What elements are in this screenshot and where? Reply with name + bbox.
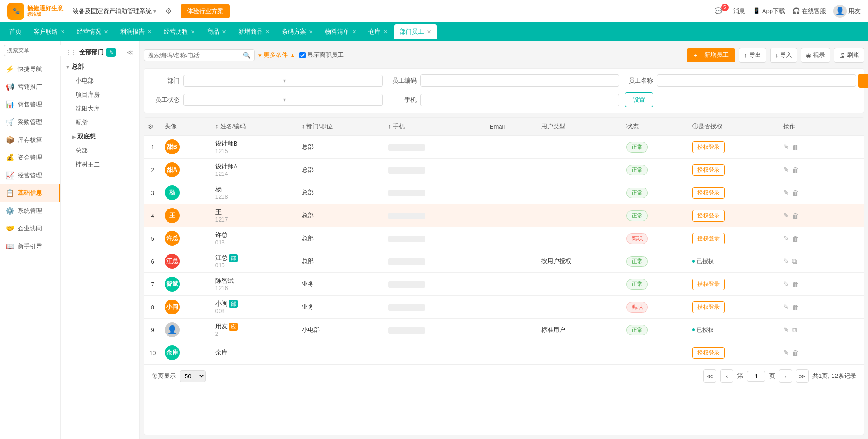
sidebar-item-purchase[interactable]: 🛒 采购管理 bbox=[0, 113, 60, 131]
sidebar-item-guide[interactable]: 📖 新手引导 bbox=[0, 237, 60, 255]
chevron-down-icon[interactable]: ▾ bbox=[153, 8, 156, 14]
auth-button[interactable]: 授权登录 bbox=[692, 164, 725, 176]
tree-item-shenyang[interactable]: 沈阳大库 bbox=[66, 102, 139, 116]
tab-home[interactable]: 首页 bbox=[4, 24, 27, 39]
col-name[interactable]: ↕ 姓名/编码 bbox=[212, 118, 298, 136]
tree-collapse-icon[interactable]: ≪ bbox=[125, 48, 135, 57]
emp-name-input[interactable] bbox=[657, 74, 856, 87]
search-input[interactable] bbox=[148, 52, 241, 59]
app-download-button[interactable]: 📱 App下载 bbox=[753, 7, 785, 15]
close-icon[interactable]: ✕ bbox=[191, 29, 195, 35]
auth-button[interactable]: 授权登录 bbox=[692, 233, 725, 244]
tab-customer[interactable]: 客户联络✕ bbox=[28, 24, 70, 39]
tree-item-xiaodibu[interactable]: 小电部 bbox=[66, 74, 139, 88]
sidebar-item-finance[interactable]: 💰 资金管理 bbox=[0, 149, 60, 167]
tab-warehouse[interactable]: 仓库✕ bbox=[363, 24, 393, 39]
delete-icon[interactable]: 🗑 bbox=[792, 235, 799, 243]
tree-item-peihuo[interactable]: 配货 bbox=[66, 116, 139, 130]
phone-input[interactable] bbox=[420, 94, 620, 106]
copy-icon[interactable]: ⧉ bbox=[792, 326, 797, 334]
view-button[interactable]: ◉ 视录 bbox=[801, 48, 830, 63]
delete-icon[interactable]: 🗑 bbox=[792, 349, 799, 357]
tree-group-shuangdi[interactable]: ▶ 双底想 bbox=[66, 130, 139, 144]
close-icon[interactable]: ✕ bbox=[104, 29, 108, 35]
tab-employees[interactable]: 部门员工✕ bbox=[394, 24, 437, 39]
trial-button[interactable]: 体验行业方案 bbox=[181, 4, 230, 18]
tab-barcode[interactable]: 条码方案✕ bbox=[276, 24, 319, 39]
online-service-button[interactable]: 🎧 在线客服 bbox=[792, 7, 826, 15]
sidebar-item-system[interactable]: ⚙️ 系统管理 bbox=[0, 202, 60, 220]
auth-button[interactable]: 授权登录 bbox=[692, 210, 725, 222]
close-icon[interactable]: ✕ bbox=[309, 29, 313, 35]
dept-select[interactable]: ▾ bbox=[183, 75, 383, 87]
settings-button[interactable]: 设置 bbox=[625, 92, 653, 107]
auth-button[interactable]: 授权登录 bbox=[692, 347, 725, 359]
delete-icon[interactable]: 🗑 bbox=[792, 280, 799, 288]
first-page-button[interactable]: ≪ bbox=[703, 369, 716, 383]
close-icon[interactable]: ✕ bbox=[352, 29, 356, 35]
auth-button[interactable]: 授权登录 bbox=[692, 279, 725, 290]
col-dept[interactable]: ↕ 部门/职位 bbox=[298, 118, 384, 136]
edit-icon[interactable]: ✎ bbox=[783, 257, 789, 265]
edit-icon[interactable]: ✎ bbox=[783, 348, 789, 357]
next-page-button[interactable]: › bbox=[779, 369, 792, 383]
tab-history[interactable]: 经营历程✕ bbox=[158, 24, 201, 39]
page-number-input[interactable] bbox=[747, 371, 765, 382]
edit-icon[interactable]: ✎ bbox=[783, 166, 789, 174]
tree-item-nanshu[interactable]: 楠树王二 bbox=[66, 158, 139, 172]
settings-icon[interactable]: ⚙ bbox=[162, 5, 175, 18]
close-icon[interactable]: ✕ bbox=[222, 29, 226, 35]
edit-icon[interactable]: ✎ bbox=[783, 280, 789, 288]
tab-profit[interactable]: 利润报告✕ bbox=[115, 24, 157, 39]
tree-item-zongbu[interactable]: 总部 bbox=[66, 144, 139, 158]
edit-icon[interactable]: ✎ bbox=[783, 143, 789, 151]
edit-icon[interactable]: ✎ bbox=[783, 211, 789, 220]
last-page-button[interactable]: ≫ bbox=[796, 369, 809, 383]
user-menu[interactable]: 👤 用友 bbox=[833, 5, 861, 18]
tab-operation[interactable]: 经营情况✕ bbox=[71, 24, 114, 39]
edit-icon[interactable]: ✎ bbox=[783, 326, 789, 334]
close-icon[interactable]: ✕ bbox=[383, 29, 388, 35]
edit-icon[interactable]: ✎ bbox=[783, 188, 789, 197]
sidebar-item-basic[interactable]: 📋 基础信息 bbox=[0, 184, 60, 202]
sidebar-item-marketing[interactable]: 📢 营销推广 bbox=[0, 78, 60, 96]
tab-new-goods[interactable]: 新增商品✕ bbox=[233, 24, 275, 39]
messages-button[interactable]: 💬 5 消息 bbox=[715, 7, 745, 15]
sidebar-item-quicknav[interactable]: ⚡ 快捷导航 bbox=[0, 60, 60, 78]
close-icon[interactable]: ✕ bbox=[265, 29, 270, 35]
tree-group-headquarters[interactable]: ▼ 总部 bbox=[61, 60, 139, 74]
close-icon[interactable]: ✕ bbox=[147, 29, 152, 35]
print-button[interactable]: 🖨 刷账 bbox=[834, 48, 864, 63]
status-select[interactable]: ▾ bbox=[183, 94, 383, 106]
edit-icon[interactable]: ✎ bbox=[783, 234, 789, 243]
show-resigned-checkbox[interactable]: 显示离职员工 bbox=[299, 51, 344, 59]
auth-button[interactable]: 授权登录 bbox=[692, 301, 725, 313]
tab-material[interactable]: 物料清单✕ bbox=[319, 24, 362, 39]
delete-icon[interactable]: 🗑 bbox=[792, 166, 799, 174]
auth-button[interactable]: 授权登录 bbox=[692, 141, 725, 153]
delete-icon[interactable]: 🗑 bbox=[792, 212, 799, 220]
delete-icon[interactable]: 🗑 bbox=[792, 303, 799, 311]
import-button[interactable]: ↓ 导入 bbox=[770, 48, 798, 63]
delete-icon[interactable]: 🗑 bbox=[792, 143, 799, 151]
col-settings[interactable]: ⚙ bbox=[144, 118, 161, 136]
prev-page-button[interactable]: ‹ bbox=[720, 369, 733, 383]
sidebar-item-ops[interactable]: 📈 经营管理 bbox=[0, 167, 60, 184]
close-icon[interactable]: ✕ bbox=[61, 29, 65, 35]
copy-icon[interactable]: ⧉ bbox=[792, 257, 797, 265]
tree-edit-icon[interactable]: ✎ bbox=[106, 48, 116, 57]
search-button[interactable]: 查询 bbox=[858, 74, 868, 88]
emp-code-input[interactable] bbox=[420, 74, 620, 87]
tab-goods[interactable]: 商品✕ bbox=[201, 24, 232, 39]
tree-item-projectroom[interactable]: 项目库房 bbox=[66, 88, 139, 102]
more-filter-button[interactable]: ▾ 更多条件 ▲ bbox=[258, 51, 296, 59]
page-size-select[interactable]: 50 20 100 bbox=[180, 370, 206, 382]
sidebar-item-sales[interactable]: 📊 销售管理 bbox=[0, 96, 60, 113]
add-employee-button[interactable]: + + 新增员工 bbox=[687, 48, 735, 62]
sidebar-item-inventory[interactable]: 📦 库存核算 bbox=[0, 131, 60, 149]
export-button[interactable]: ↑ 导出 bbox=[739, 48, 766, 63]
col-phone[interactable]: ↕ 手机 bbox=[384, 118, 486, 136]
auth-button[interactable]: 授权登录 bbox=[692, 187, 725, 199]
edit-icon[interactable]: ✎ bbox=[783, 303, 789, 311]
sidebar-item-collab[interactable]: 🤝 企业协同 bbox=[0, 220, 60, 237]
